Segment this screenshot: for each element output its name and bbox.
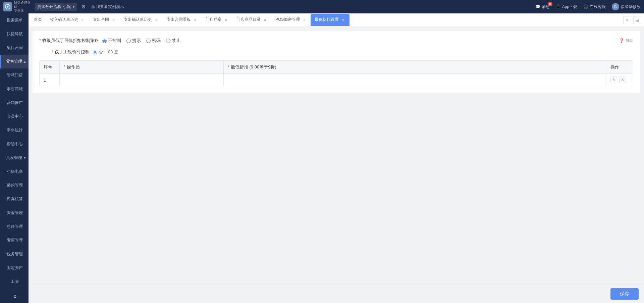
sidebar-item-ledger[interactable]: 总账管理 <box>0 220 29 234</box>
tab-payment-contract[interactable]: 支出合同 × <box>89 14 120 26</box>
tab-store-goods-label: 门店商品目录 <box>236 17 261 22</box>
sidebar-item-fixed-assets-label: 固定资产 <box>2 265 27 271</box>
tab-payment-board[interactable]: 支出合同看板 × <box>163 14 202 26</box>
tab-pos-password-close[interactable]: × <box>302 17 307 22</box>
tab-payment-contract-close[interactable]: × <box>111 17 116 22</box>
radio-remind[interactable]: 提示 <box>126 38 141 44</box>
form-row-discount-strategy: 收银员低于最低折扣控制策略 不控制 提示 密码 <box>39 38 633 44</box>
help-text: 帮助 <box>625 38 633 44</box>
sidebar-item-salary-label: 工资 <box>2 279 27 285</box>
sidebar-item-invoice-mgmt[interactable]: 发票管理 <box>0 234 29 247</box>
sidebar-item-tax-mgmt[interactable]: 税务管理 <box>0 247 29 261</box>
sidebar-item-ledger-label: 总账管理 <box>2 224 27 230</box>
sidebar-item-marketing-label: 营销推广 <box>2 100 27 106</box>
th-actions: 操作 <box>606 61 633 74</box>
sidebar-item-finance[interactable]: 资金管理 <box>0 206 29 220</box>
tab-close-all-button[interactable]: × <box>623 16 631 24</box>
user-menu-button[interactable]: 徐 徐泽华修改 <box>612 3 641 10</box>
tab-payment-contract-label: 支出合同 <box>93 17 109 22</box>
tab-pos-password-label: POS加密管理 <box>275 17 300 22</box>
tab-income-confirm[interactable]: 收入确认单历史 × <box>46 14 89 26</box>
sidebar-item-search-label: 搜索菜单 <box>2 17 27 23</box>
tab-store-file-close[interactable]: × <box>224 17 228 22</box>
radio-no-input[interactable] <box>93 50 97 54</box>
tab-payment-confirm-close[interactable]: × <box>154 17 159 22</box>
online-support-button[interactable]: 🎧 在线客服 <box>583 4 606 10</box>
tab-store-file[interactable]: 门店档案 × <box>202 14 232 26</box>
sidebar-item-member-center[interactable]: 会员中心 <box>0 110 29 123</box>
save-button[interactable]: 保存 <box>610 288 639 300</box>
sidebar-item-fixed-assets[interactable]: 固定资产 <box>0 261 29 275</box>
tab-store-goods-close[interactable]: × <box>263 17 267 22</box>
tab-home[interactable]: 首页 <box>30 14 46 26</box>
chevron-up-icon: ▲ <box>23 60 26 63</box>
sidebar-item-help-center[interactable]: 帮助中心 <box>0 137 29 151</box>
sidebar-item-quick-nav[interactable]: 快捷导航 <box>0 27 29 41</box>
radio-yes[interactable]: 是 <box>108 49 118 55</box>
tab-income-confirm-close[interactable]: × <box>80 17 85 22</box>
radio-no[interactable]: 否 <box>93 49 103 55</box>
project-selector[interactable]: 测试分开流程-小况 ▾ <box>35 3 77 11</box>
sidebar-item-search[interactable]: 搜索菜单 <box>0 13 29 27</box>
tab-menu-button[interactable]: ⊟ <box>633 16 641 24</box>
settings-icon-button[interactable]: ⚙ <box>78 2 88 11</box>
tab-payment-confirm[interactable]: 支出确认单历史 × <box>120 14 163 26</box>
radio-no-label: 否 <box>99 49 103 55</box>
radio-yes-input[interactable] <box>108 50 113 54</box>
sidebar-settings-button[interactable]: ⚙ <box>0 290 29 303</box>
demo-link[interactable]: ◎ 我要看实例演示 <box>91 4 124 10</box>
radio-forbid-label: 禁止 <box>172 38 180 44</box>
demo-icon: ◎ <box>91 4 95 9</box>
radio-no-control-label: 不控制 <box>108 38 121 44</box>
sidebar-item-ecommerce[interactable]: 小畅电商 <box>0 165 29 179</box>
sidebar-item-salary[interactable]: 工资 <box>0 275 29 289</box>
radio-password-input[interactable] <box>146 39 151 43</box>
question-icon: ❓ <box>619 38 624 43</box>
row-edit-button[interactable]: ✎ <box>610 77 617 83</box>
cell-seq: 1 <box>40 74 60 86</box>
radio-no-control-input[interactable] <box>102 39 107 43</box>
form-card: 收银员低于最低折扣控制策略 不控制 提示 密码 <box>33 31 640 93</box>
th-operator: * 操作员 <box>60 61 224 74</box>
sidebar: 搜索菜单 快捷导航 项目合同 零售管理 ▲ 智慧门店 零售商城 营销推广 会员中… <box>0 13 29 303</box>
tab-income-confirm-label: 收入确认单历史 <box>50 17 78 22</box>
row-action-btns: ✎ ✕ <box>610 77 629 83</box>
sidebar-item-purchase-mgmt[interactable]: 采购管理 <box>0 179 29 192</box>
radio-forbid[interactable]: 禁止 <box>166 38 180 44</box>
sidebar-item-invoice-mgmt-label: 发票管理 <box>2 238 27 243</box>
tab-store-goods[interactable]: 门店商品目录 × <box>232 14 271 26</box>
radio-password[interactable]: 密码 <box>146 38 161 44</box>
sidebar-item-retail-stats[interactable]: 零售统计 <box>0 123 29 137</box>
form-row-manual-price: 仅手工改价时控制 否 是 <box>39 49 633 55</box>
tab-pos-password[interactable]: POS加密管理 × <box>271 14 311 26</box>
sidebar-item-retail-mall-label: 零售商城 <box>2 86 27 92</box>
sidebar-item-marketing[interactable]: 营销推广 <box>0 96 29 110</box>
sidebar-item-project-contract[interactable]: 项目合同 <box>0 41 29 55</box>
online-support-label: 在线客服 <box>590 4 606 10</box>
messages-button[interactable]: 💬 消息 8 <box>535 4 550 10</box>
app-download-button[interactable]: 📱 App下载 <box>556 4 577 10</box>
sidebar-item-inventory[interactable]: 库存核算 <box>0 192 29 206</box>
sidebar-item-retail-mgmt[interactable]: 零售管理 ▲ <box>0 55 29 68</box>
radio-yes-label: 是 <box>114 49 118 55</box>
tab-payment-board-close[interactable]: × <box>193 17 198 22</box>
radio-no-control[interactable]: 不控制 <box>102 38 121 44</box>
radio-remind-input[interactable] <box>126 39 131 43</box>
project-name: 测试分开流程-小况 <box>37 4 71 10</box>
discount-table: 序号 * 操作员 * 最低折扣 (9.00等于9折) 操作 1 <box>39 60 633 86</box>
radio-forbid-input[interactable] <box>166 39 170 43</box>
sidebar-item-quick-nav-label: 快捷导航 <box>2 31 27 37</box>
demo-text: 我要看实例演示 <box>96 4 124 10</box>
sidebar-item-wholesale-mgmt-label: 批发管理 <box>5 155 23 161</box>
content-area: 首页 收入确认单历史 × 支出合同 × 支出确认单历史 × 支出合同看板 × 门… <box>29 13 644 303</box>
sidebar-item-smart-store[interactable]: 智慧门店 <box>0 68 29 82</box>
help-link[interactable]: ❓ 帮助 <box>619 38 633 44</box>
main-layout: 搜索菜单 快捷导航 项目合同 零售管理 ▲ 智慧门店 零售商城 营销推广 会员中… <box>0 13 644 303</box>
cell-operator <box>60 74 224 86</box>
sidebar-item-retail-mgmt-label: 零售管理 <box>5 59 23 64</box>
sidebar-item-wholesale-mgmt[interactable]: 批发管理 ▼ <box>0 151 29 165</box>
tab-min-discount-close[interactable]: × <box>341 17 345 22</box>
tab-min-discount[interactable]: 最低折扣设置 × <box>311 14 350 26</box>
sidebar-item-retail-mall[interactable]: 零售商城 <box>0 82 29 96</box>
row-delete-button[interactable]: ✕ <box>619 77 626 83</box>
